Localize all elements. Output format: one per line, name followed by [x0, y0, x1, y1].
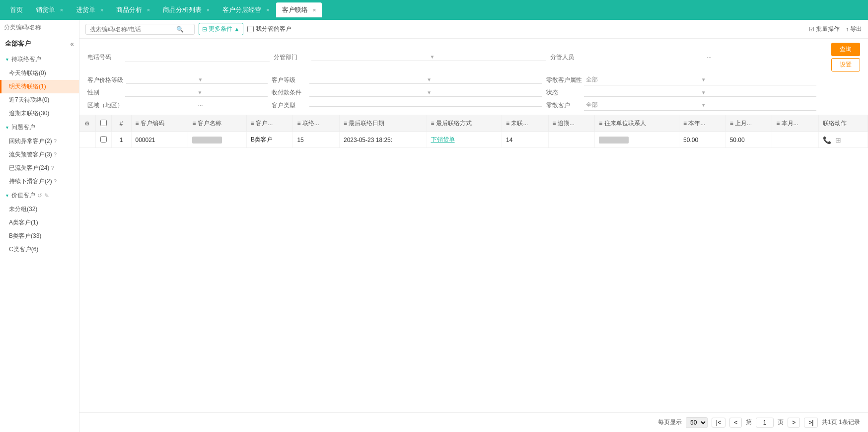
- sidebar-item-repurchase-abnormal[interactable]: 回购异常客户(2) ?: [0, 135, 79, 148]
- more-conditions-btn[interactable]: ⊟ 更多条件 ▲: [199, 23, 243, 35]
- retail-customer-value: 全部: [586, 101, 699, 109]
- chevron-up-icon: ▲: [234, 26, 240, 33]
- filter-bar: 🔍 ⊟ 更多条件 ▲ 我分管的客户 ☑ 批量操作 ↑ 导出: [79, 20, 868, 39]
- col-unlinked-days[interactable]: ≡ 未联...: [502, 115, 549, 132]
- row-last-method[interactable]: 下销货单: [427, 132, 502, 148]
- refresh-icon[interactable]: ↺: [37, 192, 42, 199]
- retail-customer-select[interactable]: 全部 ▼: [584, 100, 817, 111]
- my-customers-checkbox[interactable]: [247, 26, 254, 32]
- sidebar-item-7days[interactable]: 近7天待联络(0): [0, 93, 79, 107]
- query-btn[interactable]: 查询: [831, 43, 860, 56]
- phone-action-icon[interactable]: 📞: [823, 136, 831, 144]
- status-field: 状态 ▼: [546, 88, 817, 97]
- sidebar-search-input[interactable]: [4, 24, 78, 31]
- adv-row-2: 客户价格等级 ▼ 客户等级 ▼ 零散客户属性 全部: [87, 74, 860, 85]
- col-customer-name[interactable]: ≡ 客户名称: [188, 115, 246, 132]
- batch-operation-btn[interactable]: ☑ 批量操作: [809, 25, 840, 33]
- phone-input[interactable]: [125, 53, 270, 62]
- nav-customer-contact[interactable]: 客户联络 ×: [276, 2, 322, 17]
- sidebar-item-ungrouped[interactable]: 未分组(32): [0, 203, 79, 216]
- sidebar-item-churned[interactable]: 已流失客户(24) ?: [0, 161, 79, 175]
- status-select[interactable]: ▼: [584, 89, 817, 97]
- col-last-month[interactable]: ≡ 上月...: [725, 115, 772, 132]
- search-input[interactable]: [90, 26, 174, 33]
- customer-level-label: 客户等级: [272, 76, 306, 84]
- row-code: 000021: [131, 132, 188, 148]
- first-page-btn[interactable]: |<: [712, 418, 725, 428]
- area-field: 区域（地区） ···: [87, 101, 268, 110]
- manager-select[interactable]: ···: [588, 53, 823, 62]
- nav-product-analysis-close[interactable]: ×: [147, 7, 150, 13]
- nav-product-list-close[interactable]: ×: [207, 7, 210, 13]
- retail-customer-chevron: ▼: [701, 102, 814, 108]
- col-customer-type[interactable]: ≡ 客户...: [246, 115, 293, 132]
- nav-purchase-close[interactable]: ×: [100, 7, 103, 13]
- select-all-checkbox[interactable]: [100, 120, 107, 126]
- col-contact-count[interactable]: ≡ 联络...: [293, 115, 340, 132]
- sidebar-all-customers[interactable]: 全部客户 «: [0, 35, 79, 52]
- prev-page-btn[interactable]: <: [729, 418, 742, 428]
- sidebar-item-tomorrow[interactable]: 明天待联络(1): [0, 80, 79, 93]
- qr-action-icon[interactable]: ⊞: [835, 136, 841, 144]
- customer-type-select[interactable]: [309, 104, 542, 107]
- row-checkbox[interactable]: [95, 132, 111, 148]
- sidebar-item-class-c[interactable]: C类客户(6): [0, 243, 79, 256]
- nav-purchase[interactable]: 进货单 ×: [70, 2, 109, 17]
- sidebar-item-overdue[interactable]: 逾期未联络(30): [0, 107, 79, 120]
- customer-level-select[interactable]: ▼: [309, 76, 542, 84]
- search-icon[interactable]: 🔍: [176, 26, 184, 33]
- nav-customer-contact-close[interactable]: ×: [313, 7, 316, 13]
- main-content: 🔍 ⊟ 更多条件 ▲ 我分管的客户 ☑ 批量操作 ↑ 导出: [79, 20, 868, 432]
- row-customer-type: B类客户: [246, 132, 293, 148]
- nav-customer-tier-close[interactable]: ×: [266, 7, 269, 13]
- nav-sales[interactable]: 销货单 ×: [30, 2, 69, 17]
- price-level-select[interactable]: ▼: [126, 76, 268, 84]
- edit-icon[interactable]: ✎: [44, 192, 49, 199]
- sidebar-item-today[interactable]: 今天待联络(0): [0, 67, 79, 80]
- dept-select[interactable]: ▼: [311, 53, 547, 61]
- sidebar-item-churn-warning[interactable]: 流失预警客户(3) ?: [0, 148, 79, 161]
- col-last-contact-date[interactable]: ≡ 最后联络日期: [340, 115, 427, 132]
- col-last-contact-method[interactable]: ≡ 最后联络方式: [427, 115, 502, 132]
- gender-select[interactable]: ▼: [125, 89, 268, 97]
- last-page-btn[interactable]: >|: [804, 418, 818, 428]
- nav-home[interactable]: 首页: [4, 2, 29, 17]
- page-number-input[interactable]: [756, 418, 774, 428]
- col-overdue[interactable]: ≡ 逾期...: [548, 115, 595, 132]
- sidebar-item-declining[interactable]: 持续下滑客户(2) ?: [0, 175, 79, 188]
- main-layout: 🔍 全部客户 « 待联络客户 今天待联络(0) 明天待联络(1) 近7天待联络(…: [0, 20, 868, 432]
- nav-product-list[interactable]: 商品分析列表 ×: [157, 2, 216, 17]
- area-select[interactable]: ···: [126, 101, 268, 110]
- help-icon-2: ?: [54, 151, 57, 157]
- contact-person-blurred: [599, 137, 629, 144]
- payment-select[interactable]: ▼: [309, 89, 542, 97]
- page-size-select[interactable]: 50: [686, 417, 708, 428]
- row-select-checkbox[interactable]: [100, 136, 107, 143]
- sidebar-item-class-b[interactable]: B类客户(33): [0, 229, 79, 243]
- phone-field: 电话号码: [87, 53, 270, 62]
- row-contact-count: 15: [293, 132, 340, 148]
- manager-label: 分管人员: [550, 53, 585, 62]
- export-btn[interactable]: ↑ 导出: [846, 25, 862, 33]
- nav-product-analysis[interactable]: 商品分析 ×: [110, 2, 156, 17]
- row-last-month: 50.00: [725, 132, 772, 148]
- area-ellipsis[interactable]: ···: [198, 102, 266, 109]
- col-this-month[interactable]: ≡ 本月...: [772, 115, 819, 132]
- sidebar-collapse-icon[interactable]: «: [70, 40, 74, 48]
- col-checkbox[interactable]: [95, 115, 111, 132]
- next-page-btn[interactable]: >: [788, 418, 800, 428]
- price-level-label: 客户价格等级: [87, 76, 123, 84]
- sidebar-item-class-a[interactable]: A类客户(1): [0, 216, 79, 229]
- nav-sales-close[interactable]: ×: [60, 7, 63, 13]
- col-settings[interactable]: ⚙: [79, 115, 95, 132]
- nav-customer-tier[interactable]: 客户分层经营 ×: [217, 2, 275, 17]
- set-btn[interactable]: 设置: [831, 58, 860, 72]
- action-icons-group: 📞 ⊞: [823, 136, 864, 144]
- retail-attr-select[interactable]: 全部 ▼: [584, 74, 817, 85]
- last-method-link[interactable]: 下销货单: [431, 136, 455, 143]
- manager-ellipsis[interactable]: ···: [707, 54, 821, 61]
- col-customer-code[interactable]: ≡ 客户编码: [131, 115, 188, 132]
- col-contact-person[interactable]: ≡ 往来单位联系人: [595, 115, 679, 132]
- pagination: 每页显示 50 |< < 第 页 > >| 共1页 1条记录: [79, 412, 868, 432]
- col-this-year[interactable]: ≡ 本年...: [679, 115, 726, 132]
